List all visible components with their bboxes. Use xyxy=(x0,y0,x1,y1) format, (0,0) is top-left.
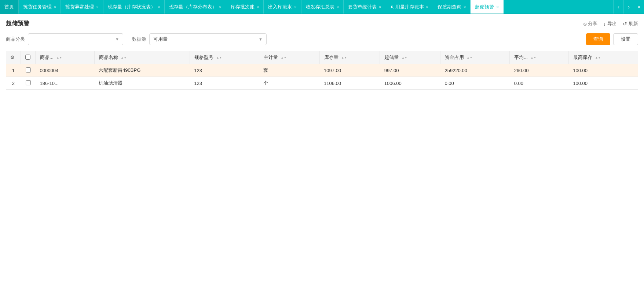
close-task-mgmt-icon[interactable]: × xyxy=(54,5,56,9)
col-code: 商品... ▲▼ xyxy=(36,51,95,64)
nav-tab-overstock-warning-label: 超储预警 xyxy=(475,4,494,10)
col-max-stock-sort-icon[interactable]: ▲▼ xyxy=(595,56,601,59)
col-max-stock: 最高库存 ▲▼ xyxy=(568,51,638,64)
refresh-action[interactable]: ↺ 刷新 xyxy=(623,21,638,27)
share-icon: ⎋ xyxy=(583,21,586,27)
row-unit-1: 个 xyxy=(259,77,319,90)
page-content: 超储预警 ⎋ 分享 ↓ 导出 ↺ 刷新 商品分类 ▼ 数据源 xyxy=(0,14,644,293)
filter-actions: 查询 设置 xyxy=(586,33,638,45)
row-name-0: 六配套新昌490BPG xyxy=(94,64,190,77)
nav-tab-inout-flow[interactable]: 出入库流水 × xyxy=(264,0,301,14)
row-checkbox-0[interactable] xyxy=(26,67,31,73)
close-overstock-warning-icon[interactable]: × xyxy=(496,5,498,9)
table-header-row: ⚙ 商品... ▲▼ 商品名称 ▲▼ 规格型号 ▲▼ 主计 xyxy=(6,51,638,64)
row-unit-0: 套 xyxy=(259,64,319,77)
nav-arrows: ‹ › × xyxy=(613,0,644,14)
row-max-stock-0: 100.00 xyxy=(568,64,638,77)
nav-tab-home-label: 首页 xyxy=(4,4,14,10)
nav-tab-available-account[interactable]: 可用量库存账本 × xyxy=(386,0,433,14)
close-available-account-icon[interactable]: × xyxy=(426,5,428,9)
col-max-stock-label: 最高库存 xyxy=(573,55,592,60)
col-spec-label: 规格型号 xyxy=(194,55,213,60)
col-unit: 主计量 ▲▼ xyxy=(259,51,319,64)
close-quality-check-icon[interactable]: × xyxy=(464,5,466,9)
row-code-0: 0000004 xyxy=(36,64,95,77)
close-inventory-dist-icon[interactable]: × xyxy=(219,5,221,9)
row-max-stock-1: 100.00 xyxy=(568,77,638,90)
nav-tab-inventory-status[interactable]: 现存量（库存状况表） × xyxy=(103,0,165,14)
col-spec-sort-icon[interactable]: ▲▼ xyxy=(216,56,222,59)
nav-tab-home[interactable]: 首页 xyxy=(0,0,19,14)
datasource-filter: 数据源 可用量 ▼ xyxy=(132,33,267,45)
col-spec: 规格型号 ▲▼ xyxy=(190,51,259,64)
category-label: 商品分类 xyxy=(6,36,25,42)
row-spec-1: 123 xyxy=(190,77,259,90)
col-name: 商品名称 ▲▼ xyxy=(94,51,190,64)
export-icon: ↓ xyxy=(603,21,606,27)
page-header: 超储预警 ⎋ 分享 ↓ 导出 ↺ 刷新 xyxy=(6,20,638,27)
query-button[interactable]: 查询 xyxy=(586,33,610,45)
nav-tab-abnormal[interactable]: 拣货异常处理 × xyxy=(61,0,103,14)
col-capital-sort-icon[interactable]: ▲▼ xyxy=(467,56,473,59)
nav-tab-batch-account[interactable]: 库存批次账 × xyxy=(226,0,264,14)
data-table: ⚙ 商品... ▲▼ 商品名称 ▲▼ 规格型号 ▲▼ 主计 xyxy=(6,51,638,90)
col-unit-label: 主计量 xyxy=(264,55,278,60)
col-overstock: 超储量 ▲▼ xyxy=(380,51,440,64)
col-unit-sort-icon[interactable]: ▲▼ xyxy=(281,56,287,59)
col-avg-sort-icon[interactable]: ▲▼ xyxy=(531,56,537,59)
category-filter: 商品分类 ▼ xyxy=(6,33,123,45)
nav-tab-quality-check-label: 保质期查询 xyxy=(438,4,461,10)
share-label: 分享 xyxy=(588,21,597,27)
col-name-sort-icon[interactable]: ▲▼ xyxy=(121,56,127,59)
close-inout-flow-icon[interactable]: × xyxy=(294,5,296,9)
nav-tab-inventory-dist[interactable]: 现存量（库存分布表） × xyxy=(165,0,226,14)
nav-tab-batch-account-label: 库存批次账 xyxy=(231,4,255,10)
close-batch-account-icon[interactable]: × xyxy=(257,5,259,9)
row-spec-0: 123 xyxy=(190,64,259,77)
category-select[interactable]: ▼ xyxy=(28,33,123,45)
col-overstock-label: 超储量 xyxy=(384,55,399,60)
col-stock-sort-icon[interactable]: ▲▼ xyxy=(341,56,347,59)
row-stock-0: 1097.00 xyxy=(319,64,380,77)
close-abnormal-icon[interactable]: × xyxy=(96,5,98,9)
export-action[interactable]: ↓ 导出 xyxy=(603,21,617,27)
settings-button[interactable]: 设置 xyxy=(613,33,638,45)
row-overstock-1: 1006.00 xyxy=(380,77,440,90)
nav-tab-quality-check[interactable]: 保质期查询 × xyxy=(433,0,471,14)
nav-tab-collect-summary[interactable]: 收发存汇总表 × xyxy=(301,0,344,14)
close-inventory-status-icon[interactable]: × xyxy=(158,5,160,9)
nav-tab-inout-flow-label: 出入库流水 xyxy=(268,4,292,10)
share-action[interactable]: ⎋ 分享 xyxy=(583,21,597,27)
table-row: 1 0000004 六配套新昌490BPG 123 套 1097.00 997.… xyxy=(6,64,638,77)
nav-tab-overstock-warning[interactable]: 超储预警 × xyxy=(471,0,503,14)
col-check xyxy=(21,51,36,64)
select-all-checkbox[interactable] xyxy=(25,55,30,60)
nav-tab-order-stats[interactable]: 要货单统计表 × xyxy=(344,0,386,14)
page-title: 超储预警 xyxy=(6,20,29,27)
datasource-select[interactable]: 可用量 ▼ xyxy=(149,33,267,45)
nav-more-btn[interactable]: × xyxy=(634,0,644,14)
nav-right-arrow[interactable]: › xyxy=(623,0,634,14)
close-order-stats-icon[interactable]: × xyxy=(379,5,381,9)
table-row: 2 186-10... 机油滤清器 123 个 1106.00 1006.00 … xyxy=(6,77,638,90)
top-nav: 首页 拣货任务管理 × 拣货异常处理 × 现存量（库存状况表） × 现存量（库存… xyxy=(0,0,644,14)
category-chevron-down-icon: ▼ xyxy=(115,37,119,41)
nav-left-arrow[interactable]: ‹ xyxy=(613,0,623,14)
col-code-sort-icon[interactable]: ▲▼ xyxy=(56,56,62,59)
datasource-label: 数据源 xyxy=(132,36,146,42)
table-settings-icon[interactable]: ⚙ xyxy=(10,55,16,60)
filter-row: 商品分类 ▼ 数据源 可用量 ▼ 查询 设置 xyxy=(6,33,638,45)
nav-tab-inventory-dist-label: 现存量（库存分布表） xyxy=(169,4,217,10)
nav-tab-task-mgmt[interactable]: 拣货任务管理 × xyxy=(19,0,61,14)
col-capital-label: 资金占用 xyxy=(445,55,464,60)
row-capital-1: 0.00 xyxy=(440,77,509,90)
header-actions: ⎋ 分享 ↓ 导出 ↺ 刷新 xyxy=(583,21,638,27)
nav-tab-collect-summary-label: 收发存汇总表 xyxy=(306,4,334,10)
col-avg: 平均... ▲▼ xyxy=(510,51,569,64)
datasource-chevron-down-icon: ▼ xyxy=(259,37,263,41)
row-checkbox-1[interactable] xyxy=(26,80,31,85)
row-overstock-0: 997.00 xyxy=(380,64,440,77)
row-check-1 xyxy=(21,77,36,90)
col-overstock-sort-icon[interactable]: ▲▼ xyxy=(402,56,407,59)
close-collect-summary-icon[interactable]: × xyxy=(337,5,339,9)
